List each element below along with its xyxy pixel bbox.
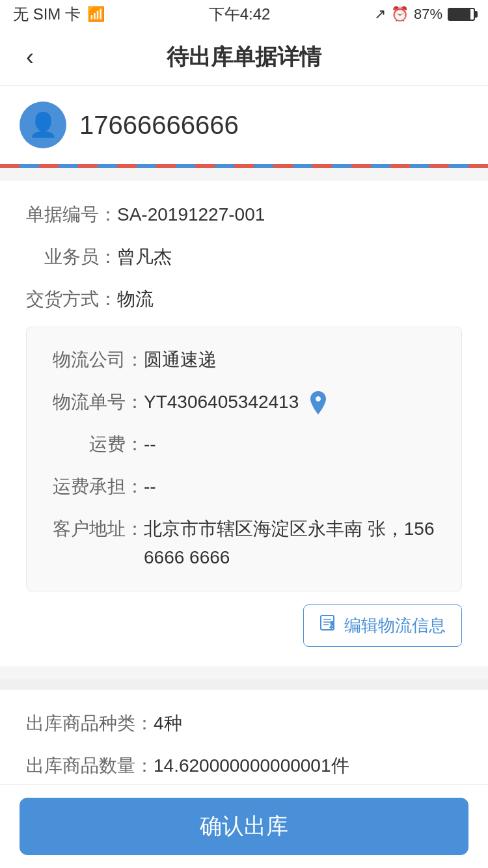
- tracking-location-icon[interactable]: [308, 391, 329, 414]
- section-divider: [0, 679, 488, 690]
- goods-type-value: 4种: [154, 709, 462, 739]
- phone-header: 👤 17666666666: [0, 86, 488, 164]
- status-right: ↗ ⏰ 87%: [374, 6, 475, 23]
- confirm-outbound-button[interactable]: 确认出库: [20, 798, 468, 855]
- salesman-label: 业务员：: [26, 243, 117, 272]
- battery-icon: [448, 8, 475, 21]
- confirm-btn-label: 确认出库: [200, 811, 288, 841]
- salesman-value: 曾凡杰: [117, 243, 462, 272]
- basic-info-section: 单据编号： SA-20191227-001 业务员： 曾凡杰 交货方式： 物流 …: [0, 181, 488, 666]
- status-left: 无 SIM 卡 📶: [13, 4, 105, 25]
- freight-bear-label: 运费承担：: [53, 472, 144, 502]
- salesman-row: 业务员： 曾凡杰: [26, 243, 462, 272]
- freight-label: 运费：: [53, 430, 144, 459]
- edit-logistics-button[interactable]: 编辑物流信息: [303, 604, 462, 647]
- order-no-value: SA-20191227-001: [117, 200, 462, 230]
- address-label: 客户地址：: [53, 515, 144, 544]
- delivery-value: 物流: [117, 285, 462, 314]
- nav-bar: ‹ 待出库单据详情: [0, 29, 488, 86]
- goods-type-label: 出库商品种类：: [26, 709, 154, 739]
- avatar-icon: 👤: [29, 111, 58, 139]
- status-time: 下午4:42: [209, 4, 271, 25]
- delivery-label: 交货方式：: [26, 285, 117, 314]
- page-title: 待出库单据详情: [167, 42, 321, 72]
- alarm-icon: ⏰: [391, 6, 409, 23]
- logistics-card: 物流公司： 圆通速递 物流单号： YT4306405342413 运费： -- …: [26, 327, 462, 591]
- goods-type-row: 出库商品种类： 4种: [26, 709, 462, 739]
- address-row: 客户地址： 北京市市辖区海淀区永丰南 张，156 6666 6666: [53, 515, 435, 573]
- goods-quantity-label: 出库商品数量：: [26, 752, 154, 781]
- edit-btn-container: 编辑物流信息: [26, 591, 462, 647]
- phone-number: 17666666666: [79, 111, 239, 140]
- status-bar: 无 SIM 卡 📶 下午4:42 ↗ ⏰ 87%: [0, 0, 488, 29]
- carrier-label: 无 SIM 卡: [13, 4, 81, 25]
- avatar: 👤: [20, 102, 66, 148]
- tracking-value: YT4306405342413: [144, 388, 435, 417]
- address-value: 北京市市辖区海淀区永丰南 张，156 6666 6666: [144, 515, 435, 573]
- tracking-label: 物流单号：: [53, 388, 144, 417]
- company-label: 物流公司：: [53, 346, 144, 375]
- location-service-icon: ↗: [374, 6, 386, 23]
- freight-bear-row: 运费承担： --: [53, 472, 435, 502]
- edit-btn-label: 编辑物流信息: [344, 614, 446, 637]
- company-row: 物流公司： 圆通速递: [53, 346, 435, 375]
- freight-row: 运费： --: [53, 430, 435, 459]
- tracking-row: 物流单号： YT4306405342413: [53, 388, 435, 417]
- goods-quantity-value: 14.620000000000001件: [154, 752, 462, 781]
- battery-percent: 87%: [414, 6, 442, 23]
- edit-icon: [319, 614, 338, 637]
- company-value: 圆通速递: [144, 346, 435, 375]
- freight-bear-value: --: [144, 472, 435, 502]
- back-button[interactable]: ‹: [20, 37, 40, 77]
- delivery-row: 交货方式： 物流: [26, 285, 462, 314]
- goods-quantity-row: 出库商品数量： 14.620000000000001件: [26, 752, 462, 781]
- order-no-row: 单据编号： SA-20191227-001: [26, 200, 462, 230]
- freight-value: --: [144, 430, 435, 459]
- dashed-divider: [0, 164, 488, 168]
- confirm-btn-area: 确认出库: [0, 784, 488, 868]
- wifi-icon: 📶: [87, 6, 105, 23]
- order-no-label: 单据编号：: [26, 200, 117, 230]
